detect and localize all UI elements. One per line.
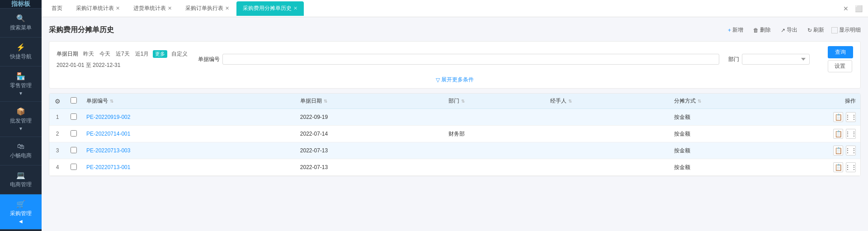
tab-home[interactable]: 首页 — [45, 1, 69, 16]
dept-select[interactable]: 财务部 — [742, 54, 810, 65]
th-handler[interactable]: 经手人 ⇅ — [546, 94, 670, 109]
tab-incoming-stats-close[interactable]: ✕ — [168, 5, 172, 11]
delete-label: 删除 — [760, 26, 771, 34]
sidebar-item-quick-nav[interactable]: ⚡ 快捷导航 — [0, 38, 42, 66]
table-body: 1 PE-20220919-002 2022-09-19 按金额 📋 ⋮⋮ 2 — [49, 109, 860, 176]
export-icon: ↗ — [781, 27, 785, 33]
sidebar-item-wholesale-label: 批发管理 — [10, 117, 32, 125]
sidebar-logo: 指标板 — [0, 0, 42, 9]
row-checkbox-2[interactable] — [71, 130, 77, 137]
show-columns-checkbox[interactable] — [831, 27, 838, 33]
row-doc-date-3: 2022-07-13 — [296, 142, 444, 159]
refresh-button[interactable]: ↻ 刷新 — [805, 24, 827, 36]
row-split-method-4: 按金额 — [670, 159, 815, 176]
settings-icon[interactable]: ⚙ — [55, 98, 61, 105]
row-checkbox-cell-1 — [66, 109, 82, 126]
sidebar-item-wholesale[interactable]: 📦 批发管理 ▼ — [0, 102, 42, 137]
maximize-window-icon[interactable]: ⬜ — [853, 4, 864, 13]
th-settings[interactable]: ⚙ — [49, 94, 66, 109]
purchase-arrow-icon: ◀ — [19, 219, 23, 224]
sidebar-item-mini-shop[interactable]: 🛍 小畅电商 — [0, 137, 42, 165]
row-actions-3: 📋 ⋮⋮ — [820, 146, 856, 156]
row-number-2: 2 — [49, 126, 66, 142]
date-yesterday[interactable]: 昨天 — [82, 50, 95, 58]
row-checkbox-1[interactable] — [71, 113, 77, 120]
sidebar-item-purchase[interactable]: 🛒 采购管理 ◀ — [0, 194, 42, 230]
row-view-icon-3[interactable]: 📋 — [833, 146, 843, 156]
th-dept[interactable]: 部门 ⇅ — [444, 94, 546, 109]
th-split-method[interactable]: 分摊方式 ⇅ — [670, 94, 815, 109]
dept-sort[interactable]: 部门 ⇅ — [448, 97, 541, 105]
row-checkbox-3[interactable] — [71, 147, 77, 153]
expand-more-conditions[interactable]: ▽ 展开更多条件 — [436, 76, 474, 84]
export-button[interactable]: ↗ 导出 — [778, 24, 800, 36]
doc-date-sort[interactable]: 单据日期 ⇅ — [300, 97, 439, 105]
date-more[interactable]: 更多 — [153, 50, 167, 58]
tab-purchase-cost-history-close[interactable]: ✕ — [293, 5, 297, 11]
row-doc-number-1: PE-20220919-002 — [82, 109, 296, 126]
row-actions-4: 📋 ⋮⋮ — [820, 162, 856, 172]
show-columns-button[interactable]: 显示明细 — [831, 26, 861, 34]
doc-number-link-1[interactable]: PE-20220919-002 — [86, 114, 130, 120]
tab-purchase-order-exec-close[interactable]: ✕ — [225, 5, 229, 11]
query-button[interactable]: 查询 — [828, 46, 853, 58]
row-view-icon-4[interactable]: 📋 — [833, 162, 843, 172]
doc-number-link-2[interactable]: PE-20220714-001 — [86, 131, 130, 137]
close-window-icon[interactable]: ✕ — [841, 4, 850, 13]
filter-settings-button[interactable]: 设置 — [828, 60, 852, 72]
tab-purchase-order-exec[interactable]: 采购订单执行表 ✕ — [179, 1, 236, 16]
date-7days[interactable]: 近7天 — [114, 50, 131, 58]
row-more-icon-2[interactable]: ⋮⋮ — [846, 129, 856, 139]
sidebar-item-retail[interactable]: 🏪 零售管理 ▼ — [0, 66, 42, 102]
date-1month[interactable]: 近1月 — [134, 50, 151, 58]
row-more-icon-3[interactable]: ⋮⋮ — [846, 146, 856, 156]
tab-purchase-cost-history[interactable]: 采购费用分摊单历史 ✕ — [236, 1, 304, 16]
tab-purchase-order-stats-close[interactable]: ✕ — [116, 5, 120, 11]
row-checkbox-cell-4 — [66, 159, 82, 176]
th-doc-date[interactable]: 单据日期 ⇅ — [296, 94, 444, 109]
date-filter-group: 单据日期 昨天 今天 近7天 近1月 更多 自定义 2022-01-01 至 2… — [57, 50, 189, 69]
row-actions-1: 📋 ⋮⋮ — [820, 112, 856, 122]
row-number-1: 1 — [49, 109, 66, 126]
date-range-text: 2022-01-01 至 2022-12-31 — [57, 61, 189, 69]
delete-icon: 🗑 — [753, 27, 759, 33]
sidebar-item-ecom[interactable]: 💻 电商管理 — [0, 165, 42, 194]
date-today[interactable]: 今天 — [98, 50, 112, 58]
th-actions: 操作 — [815, 94, 860, 109]
date-custom[interactable]: 自定义 — [170, 50, 189, 58]
row-view-icon-1[interactable]: 📋 — [833, 112, 843, 122]
th-doc-date-label: 单据日期 — [300, 97, 322, 105]
handler-sort[interactable]: 经手人 ⇅ — [550, 97, 665, 105]
add-button[interactable]: + 新增 — [725, 24, 746, 36]
dept-sort-icon: ⇅ — [461, 99, 465, 104]
tab-bar: 首页 采购订单统计表 ✕ 进货单统计表 ✕ 采购订单执行表 ✕ 采购费用分摊单历… — [42, 0, 868, 17]
date-shortcuts: 昨天 今天 近7天 近1月 更多 自定义 — [82, 50, 189, 58]
doc-number-link-3[interactable]: PE-20220713-003 — [86, 147, 130, 154]
doc-number-sort-icon: ⇅ — [110, 99, 113, 104]
th-doc-number[interactable]: 单据编号 ⇅ — [82, 94, 296, 109]
row-checkbox-4[interactable] — [71, 164, 77, 170]
date-filter-label: 单据日期 — [57, 50, 78, 58]
select-all-checkbox[interactable] — [71, 97, 77, 104]
doc-number-link-4[interactable]: PE-20220713-001 — [86, 164, 130, 170]
row-more-icon-1[interactable]: ⋮⋮ — [846, 112, 856, 122]
add-label: 新增 — [732, 26, 743, 34]
split-method-sort-icon: ⇅ — [698, 99, 701, 104]
row-dept-2: 财务部 — [444, 126, 546, 142]
th-doc-number-label: 单据编号 — [86, 97, 108, 105]
row-view-icon-2[interactable]: 📋 — [833, 129, 843, 139]
delete-button[interactable]: 🗑 删除 — [750, 24, 774, 36]
tab-incoming-stats[interactable]: 进货单统计表 ✕ — [127, 1, 178, 16]
row-actions-cell-4: 📋 ⋮⋮ — [815, 159, 860, 176]
mini-shop-icon: 🛍 — [17, 142, 24, 151]
sidebar-item-search[interactable]: 🔍 搜索菜单 — [0, 9, 42, 38]
split-method-sort[interactable]: 分摊方式 ⇅ — [674, 97, 811, 105]
date-filter-top: 单据日期 昨天 今天 近7天 近1月 更多 自定义 — [57, 50, 189, 58]
tab-purchase-order-stats[interactable]: 采购订单统计表 ✕ — [70, 1, 126, 16]
doc-number-sort[interactable]: 单据编号 ⇅ — [86, 97, 291, 105]
row-more-icon-4[interactable]: ⋮⋮ — [846, 162, 856, 172]
refresh-label: 刷新 — [813, 26, 824, 34]
row-checkbox-cell-3 — [66, 142, 82, 159]
doc-number-input[interactable] — [222, 54, 719, 65]
sidebar-item-search-label: 搜索菜单 — [10, 24, 32, 32]
